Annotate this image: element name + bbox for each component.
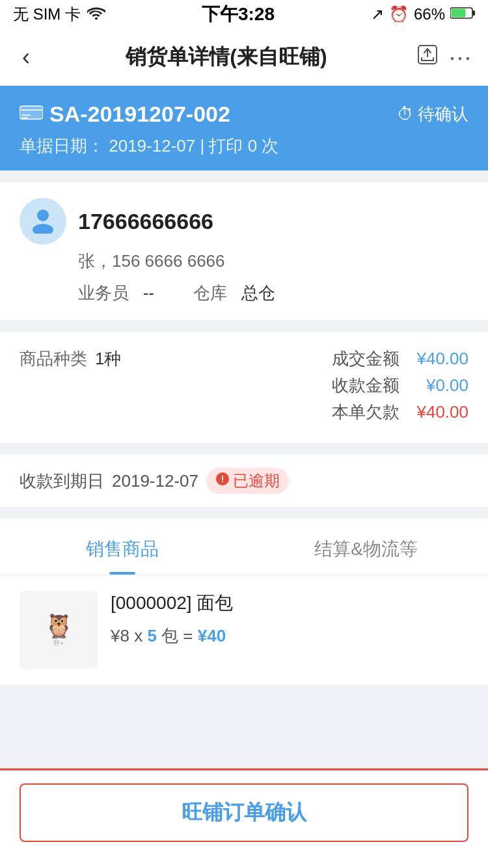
status-text: 待确认 [418, 103, 468, 126]
battery-label: 66% [414, 5, 445, 23]
more-icon[interactable]: ··· [449, 44, 472, 71]
order-id-row: SA-20191207-002 ⏱ 待确认 [20, 102, 468, 127]
overdue-badge: ! 已逾期 [206, 468, 289, 494]
customer-meta: 业务员 -- 仓库 总仓 [78, 282, 468, 305]
product-qty: 5 [147, 626, 156, 645]
share-icon[interactable] [416, 44, 439, 71]
svg-rect-1 [472, 10, 475, 16]
customer-section: 17666666666 张，156 6666 6666 业务员 -- 仓库 总仓 [0, 182, 488, 320]
wifi-icon [87, 5, 105, 23]
warehouse-value: 总仓 [241, 283, 275, 303]
summary-right: 成交金额 ¥40.00 收款金额 ¥0.00 本单欠款 ¥40.00 [332, 347, 468, 427]
customer-top-row: 17666666666 [20, 198, 468, 245]
sales-label: 业务员 [78, 283, 129, 303]
svg-rect-2 [451, 9, 465, 18]
location-icon: ↗ [371, 5, 384, 23]
product-thumbnail: 🦉 野+ [20, 591, 98, 669]
product-unit: 包 [161, 626, 178, 645]
amount-label: 成交金额 [332, 347, 400, 370]
product-section: 🦉 野+ [0000002] 面包 ¥8 x 5 包 = ¥40 [0, 575, 488, 685]
due-date-value: 2019-12-07 [112, 471, 198, 491]
tabs-container: 销售商品 结算&物流等 [0, 519, 488, 575]
due-date-label: 收款到期日 [20, 470, 104, 493]
product-kind-label: 商品种类 [20, 347, 87, 370]
tab-settlement[interactable]: 结算&物流等 [244, 519, 488, 575]
tab-settlement-label: 结算&物流等 [314, 539, 418, 559]
product-kind-value: 1种 [95, 347, 121, 370]
svg-point-5 [37, 210, 49, 221]
status-time: 下午3:28 [202, 2, 275, 27]
avatar [20, 198, 66, 245]
confirm-order-button[interactable]: 旺铺订单确认 [20, 783, 468, 842]
order-date-row: 单据日期： 2019-12-07 | 打印 0 次 [20, 135, 468, 157]
order-banner: SA-20191207-002 ⏱ 待确认 单据日期： 2019-12-07 |… [0, 86, 488, 170]
summary-row: 商品种类 1种 成交金额 ¥40.00 收款金额 ¥0.00 本单欠款 ¥40.… [20, 347, 468, 427]
tab-sales-label: 销售商品 [86, 539, 159, 559]
summary-left: 商品种类 1种 [20, 347, 121, 370]
bottom-bar: 旺铺订单确认 [0, 768, 488, 868]
status-bar: 无 SIM 卡 下午3:28 ↗ ⏰ 66% [0, 0, 488, 29]
customer-phone: 17666666666 [78, 209, 213, 234]
order-number: SA-20191207-002 [49, 102, 230, 127]
print-info: | 打印 0 次 [200, 136, 278, 156]
nav-bar: ‹ 销货单详情(来自旺铺) ··· [0, 29, 488, 86]
product-total: ¥40 [198, 626, 226, 645]
warning-icon: ! [215, 472, 230, 490]
svg-text:!: ! [221, 474, 224, 484]
page-title: 销货单详情(来自旺铺) [126, 43, 327, 72]
owed-label: 本单欠款 [332, 401, 400, 424]
amount-row: 成交金额 ¥40.00 [332, 347, 468, 370]
svg-point-6 [33, 224, 53, 234]
product-code: [0000002] [111, 593, 192, 613]
tabs-row: 销售商品 结算&物流等 [0, 519, 488, 575]
sim-label: 无 SIM 卡 [13, 4, 81, 25]
owed-row: 本单欠款 ¥40.00 [332, 401, 468, 424]
summary-section: 商品种类 1种 成交金额 ¥40.00 收款金额 ¥0.00 本单欠款 ¥40.… [0, 332, 488, 443]
order-status: ⏱ 待确认 [397, 103, 468, 126]
multiply-sign: x [134, 626, 147, 645]
sales-value: -- [143, 283, 154, 303]
avatar-icon [29, 205, 57, 238]
received-label: 收款金额 [332, 374, 400, 397]
price-unit: ¥8 [111, 626, 129, 645]
svg-text:野+: 野+ [53, 640, 64, 647]
product-title: 面包 [197, 593, 233, 613]
product-price-row: ¥8 x 5 包 = ¥40 [111, 625, 468, 647]
tab-active-indicator [109, 572, 135, 575]
overdue-text: 已逾期 [233, 470, 280, 491]
amount-value: ¥40.00 [410, 349, 468, 369]
status-clock-icon: ⏱ [397, 104, 414, 124]
status-left: 无 SIM 卡 [13, 4, 105, 25]
confirm-btn-label: 旺铺订单确认 [182, 798, 306, 827]
battery-icon [450, 5, 475, 23]
received-value: ¥0.00 [410, 375, 468, 396]
received-row: 收款金额 ¥0.00 [332, 374, 468, 397]
customer-name: 张，156 6666 6666 [78, 250, 468, 273]
svg-text:🦉: 🦉 [44, 612, 74, 640]
order-id: SA-20191207-002 [20, 102, 230, 127]
owed-value: ¥40.00 [410, 402, 468, 422]
alarm-icon: ⏰ [389, 5, 409, 23]
product-info: [0000002] 面包 ¥8 x 5 包 = ¥40 [111, 591, 468, 647]
equals-sign: = [183, 626, 197, 645]
product-name: [0000002] 面包 [111, 591, 468, 616]
order-icon [20, 102, 43, 127]
status-right: ↗ ⏰ 66% [371, 5, 475, 23]
date-value: 2019-12-07 [109, 136, 195, 156]
svg-rect-4 [20, 106, 43, 119]
due-date-section: 收款到期日 2019-12-07 ! 已逾期 [0, 455, 488, 507]
product-kind-row: 商品种类 1种 [20, 347, 121, 370]
tab-sales-products[interactable]: 销售商品 [0, 519, 244, 575]
product-item: 🦉 野+ [0000002] 面包 ¥8 x 5 包 = ¥40 [0, 575, 488, 685]
warehouse-label: 仓库 [193, 283, 227, 303]
nav-actions: ··· [416, 44, 472, 71]
date-label: 单据日期： [20, 136, 104, 156]
back-button[interactable]: ‹ [16, 37, 36, 77]
